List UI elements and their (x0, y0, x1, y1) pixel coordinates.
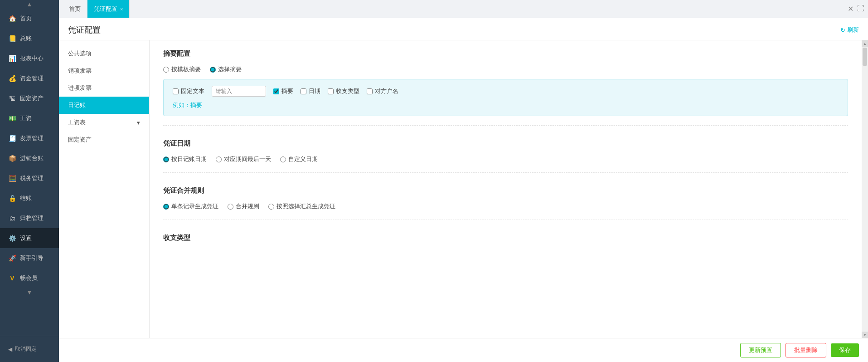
summary-config-title: 摘要配置 (163, 49, 848, 58)
left-nav-sales-invoice[interactable]: 销项发票 (59, 62, 149, 79)
income-type-title: 收支类型 (163, 234, 848, 242)
left-nav-public[interactable]: 公共选项 (59, 45, 149, 62)
sidebar-item-funds[interactable]: 💰 资金管理 (0, 68, 59, 88)
summary-radio-group: 按模板摘要 选择摘要 (163, 65, 848, 73)
tab-actions: ✕ ⛶ (848, 5, 864, 13)
right-content: 摘要配置 按模板摘要 选择摘要 (150, 40, 862, 338)
sidebar-item-tax[interactable]: 🧮 税务管理 (0, 168, 59, 188)
tab-voucher-config[interactable]: 凭证配置 × (87, 0, 130, 18)
checkbox-fixed-text[interactable]: 固定文本 (173, 87, 204, 95)
page-title: 凭证配置 (68, 24, 101, 35)
sidebar-item-settings[interactable]: ⚙️ 设置 (0, 228, 59, 248)
sidebar-item-invoice-mgmt[interactable]: 🧾 发票管理 (0, 128, 59, 148)
sidebar-item-home[interactable]: 🏠 首页 (0, 9, 59, 29)
voucher-date-section: 凭证日期 按日记账日期 对应期间最后一天 自定义日期 (163, 139, 848, 173)
close-account-icon: 🔒 (8, 195, 16, 202)
update-preview-button[interactable]: 更新预置 (740, 343, 781, 357)
checkbox-counterpart[interactable]: 对方户名 (367, 87, 398, 95)
page-content: 凭证配置 ↻ 刷新 公共选项 销项发票 进项发票 日记账 (59, 18, 868, 362)
example-text: 例如：摘要 (173, 101, 839, 109)
home-icon: 🏠 (8, 15, 16, 22)
radio-journal-date[interactable]: 按日记账日期 (163, 155, 207, 163)
left-nav-fixed-assets[interactable]: 固定资产 (59, 131, 149, 148)
content-layout: 公共选项 销项发票 进项发票 日记账 工资表 ▾ 固定资产 (59, 40, 868, 338)
left-nav-payroll[interactable]: 工资表 ▾ (59, 114, 149, 131)
save-button[interactable]: 保存 (831, 343, 859, 357)
sidebar-item-reports[interactable]: 📊 报表中心 (0, 49, 59, 68)
scroll-up-button[interactable]: ▲ (862, 40, 868, 47)
voucher-date-radio-group: 按日记账日期 对应期间最后一天 自定义日期 (163, 155, 848, 163)
refresh-button[interactable]: ↻ 刷新 (840, 26, 859, 34)
voucher-date-title: 凭证日期 (163, 139, 848, 148)
sidebar-item-assets[interactable]: 🏗 固定资产 (0, 88, 59, 108)
checkbox-summary[interactable]: 摘要 (273, 87, 293, 95)
voucher-merge-section: 凭证合并规则 单条记录生成凭证 合并规则 按照选择汇总生成凭证 (163, 186, 848, 220)
scroll-down-button[interactable]: ▼ (862, 332, 868, 338)
summary-radio-template[interactable]: 按模板摘要 (163, 65, 201, 73)
sidebar-item-vip[interactable]: V 畅会员 (0, 268, 59, 288)
radio-merge-rule[interactable]: 合并规则 (228, 202, 259, 210)
reports-icon: 📊 (8, 55, 16, 62)
voucher-merge-radio-group: 单条记录生成凭证 合并规则 按照选择汇总生成凭证 (163, 202, 848, 210)
vip-icon: V (8, 274, 16, 282)
tab-home[interactable]: 首页 (63, 0, 87, 18)
chevron-down-icon: ▾ (137, 119, 140, 126)
bottom-bar: 更新预置 批量删除 保存 (59, 338, 868, 362)
summary-config-box: 固定文本 摘要 日期 (163, 79, 848, 116)
sidebar-item-salary[interactable]: 💵 工资 (0, 108, 59, 128)
scroll-thumb[interactable] (863, 48, 867, 66)
radio-single-record[interactable]: 单条记录生成凭证 (163, 202, 218, 210)
refresh-icon: ↻ (840, 27, 845, 34)
sidebar: ▲ 🏠 首页 📒 总账 📊 报表中心 💰 资金管理 🏗 固定资产 💵 工资 🧾 … (0, 0, 59, 362)
checkbox-date[interactable]: 日期 (301, 87, 320, 95)
tab-close-icon[interactable]: × (120, 6, 123, 12)
sidebar-item-archive[interactable]: 🗂 归档管理 (0, 208, 59, 228)
purchase-icon: 📦 (8, 155, 16, 162)
page-header: 凭证配置 ↻ 刷新 (59, 18, 868, 40)
invoice-mgmt-icon: 🧾 (8, 135, 16, 142)
sidebar-scroll-down[interactable]: ▼ (0, 288, 59, 297)
income-type-section: 收支类型 (163, 234, 848, 259)
unpin-button[interactable]: ◀ 取消固定 (0, 341, 59, 357)
assets-icon: 🏗 (8, 95, 16, 102)
radio-select-total[interactable]: 按照选择汇总生成凭证 (268, 202, 335, 210)
scroll-track: ▲ ▼ (862, 40, 868, 338)
sidebar-item-close[interactable]: 🔒 结账 (0, 188, 59, 208)
summary-radio-select[interactable]: 选择摘要 (210, 65, 242, 73)
left-nav-journal[interactable]: 日记账 (59, 97, 149, 114)
radio-custom-date[interactable]: 自定义日期 (280, 155, 318, 163)
pin-icon: ◀ (8, 346, 12, 352)
summary-config-section: 摘要配置 按模板摘要 选择摘要 (163, 49, 848, 126)
fixed-text-input[interactable] (212, 86, 266, 97)
radio-period-last[interactable]: 对应期间最后一天 (216, 155, 271, 163)
salary-icon: 💵 (8, 115, 16, 122)
left-nav-purchase-invoice[interactable]: 进项发票 (59, 79, 149, 97)
batch-delete-button[interactable]: 批量删除 (786, 343, 826, 357)
summary-checkboxes-row: 固定文本 摘要 日期 (173, 86, 839, 97)
sidebar-scroll-up[interactable]: ▲ (0, 0, 59, 9)
left-nav: 公共选项 销项发票 进项发票 日记账 工资表 ▾ 固定资产 (59, 40, 150, 338)
archive-icon: 🗂 (8, 215, 16, 222)
sidebar-item-purchase[interactable]: 📦 进销台账 (0, 148, 59, 168)
sidebar-item-ledger[interactable]: 📒 总账 (0, 29, 59, 49)
main-area: 首页 凭证配置 × ✕ ⛶ 凭证配置 ↻ 刷新 公共选项 (59, 0, 868, 362)
settings-icon: ⚙️ (8, 235, 16, 242)
voucher-merge-title: 凭证合并规则 (163, 186, 848, 195)
window-resize-icon[interactable]: ⛶ (857, 5, 864, 13)
guide-icon: 🚀 (8, 254, 16, 262)
ledger-icon: 📒 (8, 35, 16, 42)
tax-icon: 🧮 (8, 175, 16, 182)
sidebar-bottom: ◀ 取消固定 (0, 336, 59, 362)
window-close-icon[interactable]: ✕ (848, 5, 853, 13)
sidebar-item-guide[interactable]: 🚀 新手引导 (0, 248, 59, 268)
tab-bar: 首页 凭证配置 × ✕ ⛶ (59, 0, 868, 18)
funds-icon: 💰 (8, 75, 16, 82)
checkbox-income-type[interactable]: 收支类型 (328, 87, 359, 95)
